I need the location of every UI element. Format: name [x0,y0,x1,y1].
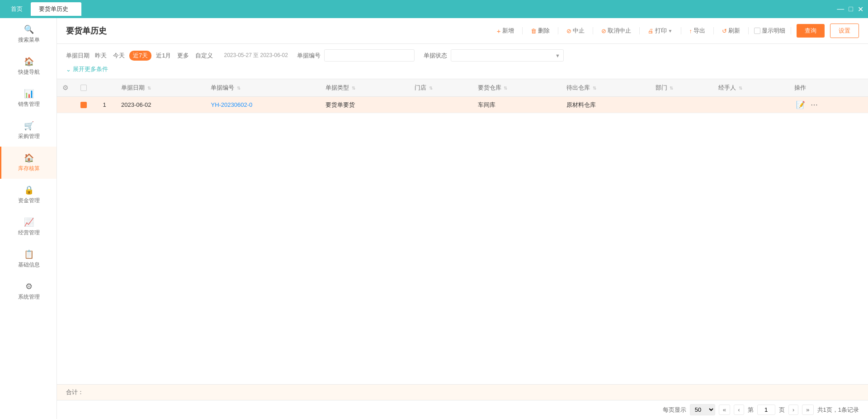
window-maximize[interactable]: □ [849,5,853,13]
page-size-select[interactable]: 50 100 200 [690,404,715,415]
divider [639,27,640,34]
ops-mgmt-icon: 📈 [24,217,34,227]
sidebar-item-label: 系统管理 [18,293,40,301]
print-button[interactable]: 🖨 打印 ▼ [645,25,675,37]
th-order-type[interactable]: 单据类型 ⇅ [320,79,409,97]
total-info: 共1页，1条记录 [817,406,859,414]
select-all-checkbox[interactable] [80,85,87,91]
td-settings [57,97,75,113]
td-date: 2023-06-02 [116,97,205,113]
sidebar-item-label: 资金管理 [18,197,40,205]
th-store[interactable]: 门店 ⇅ [409,79,472,97]
row-edit-icon[interactable]: 📝 [794,100,807,110]
cancel-stop-icon: ⊘ [601,28,606,34]
export-icon: ↑ [689,28,693,34]
date-filter-buttons: 昨天 今天 近7天 近1月 更多 自定义 [93,51,215,61]
last-page-button[interactable]: » [802,405,813,415]
order-no-input[interactable] [324,49,415,62]
quick-nav-icon: 🏠 [24,57,34,67]
th-date[interactable]: 单据日期 ⇅ [116,79,205,97]
sidebar-item-label: 经营管理 [18,229,40,237]
divider [748,27,749,34]
date-today[interactable]: 今天 [111,51,127,61]
delete-button[interactable]: 🗑 删除 [528,25,552,37]
sidebar-item-inventory[interactable]: 🏠 库存核算 [0,147,57,179]
setting-button[interactable]: 设置 [830,24,859,38]
export-button[interactable]: ↑ 导出 [687,25,708,37]
sidebar-item-ops-mgmt[interactable]: 📈 经营管理 [0,211,57,243]
table-row: 1 2023-06-02 YH-20230602-0 要货单要货 车间库 原材料… [57,97,868,113]
th-req-warehouse[interactable]: 要货仓库 ⇅ [472,79,561,97]
sort-req-warehouse-icon: ⇅ [504,86,507,90]
window-close[interactable]: ✕ [858,5,863,14]
new-button[interactable]: + 新增 [494,25,517,37]
divider [791,27,791,34]
sort-order-no-icon: ⇅ [237,86,241,90]
date-more[interactable]: 更多 [175,51,191,61]
th-order-no[interactable]: 单据编号 ⇅ [205,79,320,97]
sales-mgmt-icon: 📊 [24,89,34,99]
window-minimize[interactable]: — [837,5,844,13]
date-range-display: 2023-05-27 至 2023-06-02 [224,52,288,59]
next-page-button[interactable]: › [788,405,798,415]
th-handler[interactable]: 经手人 ⇅ [713,79,789,97]
sidebar-item-sys-mgmt[interactable]: ⚙ 系统管理 [0,275,57,307]
page-size-label: 每页显示 [663,406,686,414]
date-last-month[interactable]: 近1月 [154,51,173,61]
page-suffix: 页 [779,406,785,414]
date-last7[interactable]: 近7天 [129,51,151,61]
date-yesterday[interactable]: 昨天 [93,51,108,61]
status-filter: 单据状态 ▼ [424,49,564,62]
td-checkbox [75,97,93,113]
th-pending-warehouse[interactable]: 待出仓库 ⇅ [561,79,650,97]
status-label: 单据状态 [424,52,447,60]
status-input[interactable] [451,49,564,62]
first-page-button[interactable]: « [719,405,730,415]
summary-label: 合计： [66,389,84,395]
stop-button[interactable]: ⊘ 中止 [564,25,587,37]
sidebar-item-search-menu[interactable]: 🔍 搜索菜单 [0,18,57,50]
td-store [409,97,472,113]
sort-pending-warehouse-icon: ⇅ [593,86,596,90]
current-page-input[interactable] [757,405,775,415]
row-checkbox[interactable] [80,102,87,108]
stop-icon: ⊘ [566,28,571,34]
content-area: 要货单历史 + 新增 🗑 删除 ⊘ 中止 ⊘ [57,18,868,419]
tab-requisition-history[interactable]: 要货单历史 [33,2,75,16]
query-button[interactable]: 查询 [797,24,825,38]
display-detail-toggle[interactable]: 显示明细 [754,27,785,35]
sort-store-icon: ⇅ [429,86,433,90]
th-num [93,79,116,97]
tab-close-icon[interactable]: ✕ [75,6,80,12]
sidebar-item-label: 基础信息 [18,261,40,269]
sidebar-item-quick-nav[interactable]: 🏠 快捷导航 [0,50,57,82]
td-handler [713,97,789,113]
sidebar-item-sales-mgmt[interactable]: 📊 销售管理 [0,82,57,114]
prev-page-button[interactable]: ‹ [734,405,744,415]
display-detail-checkbox [754,28,760,34]
td-order-no: YH-20230602-0 [205,97,320,113]
sidebar-item-basic-info[interactable]: 📋 基础信息 [0,243,57,275]
delete-icon: 🗑 [531,28,537,34]
sidebar-item-purchase-mgmt[interactable]: 🛒 采购管理 [0,114,57,147]
th-ops: 操作 [789,79,868,97]
date-custom[interactable]: 自定义 [193,51,215,61]
page-title: 要货单历史 [66,25,107,36]
expand-more-conditions[interactable]: ⌄ 展开更多条件 [66,65,859,73]
cancel-stop-button[interactable]: ⊘ 取消中止 [599,25,634,37]
column-settings-icon[interactable]: ⚙ [62,84,68,91]
divider [522,27,523,34]
footer-summary: 合计： [57,384,868,400]
data-table: ⚙ 单据日期 ⇅ 单据编号 ⇅ [57,79,868,113]
tab-home[interactable]: 首页 [5,2,29,16]
row-more-icon[interactable]: ⋯ [809,100,820,110]
refresh-button[interactable]: ↺ 刷新 [719,25,743,37]
order-no-link[interactable]: YH-20230602-0 [211,101,252,108]
td-order-type: 要货单要货 [320,97,409,113]
td-pending-warehouse: 原材料仓库 [561,97,650,113]
sidebar: 🔍 搜索菜单 🏠 快捷导航 📊 销售管理 🛒 采购管理 🏠 库存核算 🔒 资金管… [0,18,57,419]
sidebar-item-finance-mgmt[interactable]: 🔒 资金管理 [0,179,57,211]
divider [681,27,681,34]
window-actions: — □ ✕ [837,5,863,14]
th-dept[interactable]: 部门 ⇅ [650,79,713,97]
